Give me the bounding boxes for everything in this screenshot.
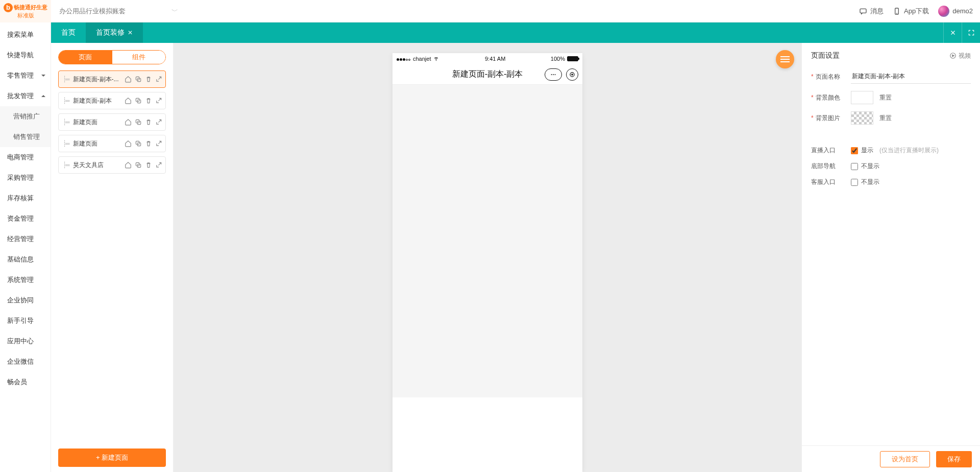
capsule-more-icon <box>545 68 562 81</box>
page-list-panel: 页面 组件 ┊═ 新建页面-副本-... <box>51 43 174 472</box>
bgimg-swatch[interactable] <box>851 111 873 125</box>
settings-footer: 设为首页 保存 <box>802 445 980 472</box>
save-button[interactable]: 保存 <box>936 451 972 467</box>
svg-point-13 <box>553 74 554 75</box>
menu-icon <box>780 59 790 60</box>
home-icon[interactable] <box>125 140 132 147</box>
user-menu[interactable]: demo2 <box>938 6 973 17</box>
svg-point-14 <box>555 74 556 75</box>
home-icon[interactable] <box>125 119 132 126</box>
main-sidebar: 搜索菜单 快捷导航 零售管理 批发管理 营销推广 销售管理 电商管理 采购管理 … <box>0 22 51 472</box>
copy-icon[interactable] <box>135 76 142 83</box>
capsule-target-icon <box>566 68 578 81</box>
field-bg-image: *背景图片 重置 <box>811 111 971 125</box>
delete-icon[interactable] <box>145 97 152 104</box>
signal-icon <box>397 56 411 62</box>
page-row[interactable]: ┊═ 新建页面-副本 <box>58 92 166 109</box>
copy-icon[interactable] <box>135 140 142 147</box>
page-row[interactable]: ┊═ 新建页面-副本-... <box>58 70 166 88</box>
tab-home[interactable]: 首页 <box>51 22 86 43</box>
close-all-tabs-button[interactable] <box>943 22 962 43</box>
bgcolor-reset-button[interactable]: 重置 <box>879 93 892 102</box>
live-checkbox[interactable]: 显示 <box>851 146 873 155</box>
sidebar-item-finance[interactable]: 资金管理 <box>0 208 51 229</box>
topbar: b 畅捷通好生意 标准版 办公用品行业模拟账套 ﹀ 消息 App下载 demo2 <box>0 0 980 22</box>
sidebar-item-collab[interactable]: 企业协同 <box>0 290 51 311</box>
page-row[interactable]: ┊═ 新建页面 <box>58 113 166 131</box>
delete-icon[interactable] <box>145 161 152 169</box>
sidebar-item-quicknav[interactable]: 快捷导航 <box>0 45 51 65</box>
sidebar-item-operations[interactable]: 经营管理 <box>0 229 51 249</box>
copy-icon[interactable] <box>135 161 142 169</box>
tab-page-design[interactable]: 首页装修 ✕ <box>86 22 143 43</box>
account-selector[interactable]: 办公用品行业模拟账套 ﹀ <box>59 7 178 16</box>
copy-icon[interactable] <box>135 119 142 126</box>
tab-bar: 首页 首页装修 ✕ <box>51 22 980 43</box>
sidebar-item-sales[interactable]: 销售管理 <box>0 127 51 147</box>
sidebar-item-guide[interactable]: 新手引导 <box>0 311 51 331</box>
toggle-panel-button[interactable] <box>776 50 794 68</box>
sidebar-item-purchase[interactable]: 采购管理 <box>0 168 51 188</box>
drag-handle-icon[interactable]: ┊═ <box>63 140 69 147</box>
drag-handle-icon[interactable]: ┊═ <box>63 161 69 169</box>
share-icon[interactable] <box>155 97 162 104</box>
set-home-button[interactable]: 设为首页 <box>880 451 930 467</box>
live-hint: (仅当进行直播时展示) <box>879 146 939 155</box>
page-name-input[interactable] <box>851 69 971 84</box>
sidebar-item-system[interactable]: 系统管理 <box>0 270 51 290</box>
fullscreen-button[interactable] <box>962 22 980 43</box>
field-bottom-nav: 底部导航 不显示 <box>811 162 971 171</box>
drag-handle-icon[interactable]: ┊═ <box>63 119 69 126</box>
segment-component[interactable]: 组件 <box>112 51 166 64</box>
drag-handle-icon[interactable]: ┊═ <box>63 76 69 83</box>
svg-point-12 <box>551 74 552 75</box>
share-icon[interactable] <box>155 161 162 169</box>
sidebar-item-marketing[interactable]: 营销推广 <box>0 106 51 127</box>
sidebar-item-appcenter[interactable]: 应用中心 <box>0 331 51 351</box>
home-icon[interactable] <box>125 76 132 83</box>
brand-logo[interactable]: b 畅捷通好生意 标准版 <box>0 0 51 22</box>
bgimg-reset-button[interactable]: 重置 <box>879 114 892 123</box>
brand-name: 畅捷通好生意 <box>14 4 47 11</box>
share-icon[interactable] <box>155 76 162 83</box>
sidebar-item-retail[interactable]: 零售管理 <box>0 65 51 86</box>
settings-panel: 页面设置 视频 *页面名称 *背景颜色 <box>801 43 980 472</box>
share-icon[interactable] <box>155 140 162 147</box>
share-icon[interactable] <box>155 119 162 126</box>
bgcolor-swatch[interactable] <box>851 91 873 104</box>
play-icon <box>949 52 957 59</box>
account-name: 办公用品行业模拟账套 <box>59 7 126 16</box>
messages-button[interactable]: 消息 <box>859 7 884 16</box>
canvas[interactable]: chanjet 9:41 AM 100% 新建页面-副本-副本 <box>174 43 801 472</box>
home-icon[interactable] <box>125 97 132 104</box>
field-service-entry: 客服入口 不显示 <box>811 178 971 186</box>
sidebar-item-basicinfo[interactable]: 基础信息 <box>0 249 51 270</box>
app-download-button[interactable]: App下载 <box>893 7 929 16</box>
video-help-button[interactable]: 视频 <box>949 52 971 60</box>
field-live-entry: 直播入口 显示 (仅当进行直播时展示) <box>811 146 971 155</box>
home-icon[interactable] <box>125 161 132 169</box>
delete-icon[interactable] <box>145 140 152 147</box>
phone-body[interactable] <box>393 85 582 397</box>
close-icon[interactable]: ✕ <box>128 29 133 36</box>
page-row[interactable]: ┊═ 新建页面 <box>58 135 166 152</box>
sidebar-item-ecommerce[interactable]: 电商管理 <box>0 147 51 168</box>
delete-icon[interactable] <box>145 119 152 126</box>
segment-page[interactable]: 页面 <box>59 51 112 64</box>
new-page-button[interactable]: + 新建页面 <box>58 449 166 467</box>
sidebar-item-inventory[interactable]: 库存核算 <box>0 188 51 208</box>
bottomnav-checkbox[interactable]: 不显示 <box>851 162 879 171</box>
service-checkbox[interactable]: 不显示 <box>851 178 879 186</box>
avatar-icon <box>938 6 949 17</box>
caret-down-icon <box>41 75 45 79</box>
sidebar-item-wholesale[interactable]: 批发管理 <box>0 86 51 106</box>
phone-navbar: 新建页面-副本-副本 <box>393 64 582 85</box>
delete-icon[interactable] <box>145 76 152 83</box>
sidebar-item-member[interactable]: 畅会员 <box>0 372 51 392</box>
page-row[interactable]: ┊═ 昊天文具店 <box>58 156 166 174</box>
sidebar-item-search[interactable]: 搜索菜单 <box>0 25 51 45</box>
sidebar-item-wechat[interactable]: 企业微信 <box>0 351 51 372</box>
copy-icon[interactable] <box>135 97 142 104</box>
drag-handle-icon[interactable]: ┊═ <box>63 97 69 104</box>
phone-statusbar: chanjet 9:41 AM 100% <box>393 53 582 64</box>
